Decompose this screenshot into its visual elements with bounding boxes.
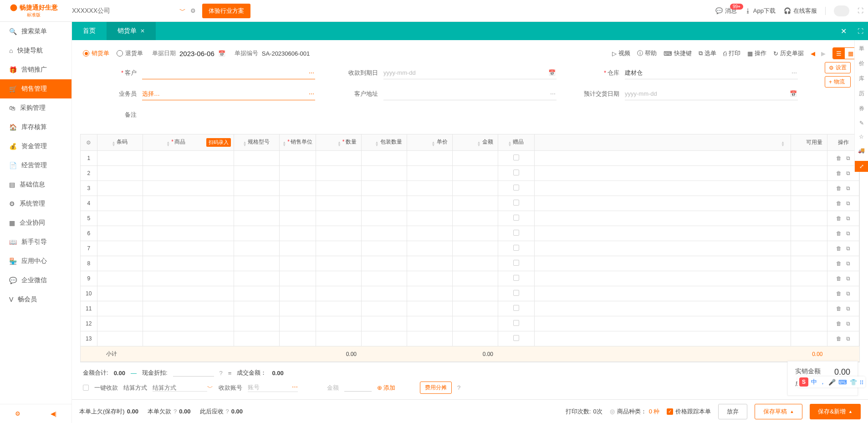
save-draft-button[interactable]: 保存草稿▲	[755, 404, 802, 419]
tab-home[interactable]: 首页	[72, 22, 107, 40]
nav-marketing[interactable]: 🎁营销推广	[0, 60, 71, 79]
next-doc-button[interactable]: ▶	[821, 50, 826, 57]
nav-wechat-work[interactable]: 💬企业微信	[0, 271, 71, 290]
nav-system-mgmt[interactable]: ⚙系统管理	[0, 194, 71, 213]
col-amount[interactable]: ▲▼金额	[452, 134, 498, 151]
col-unit[interactable]: ▲▼*销售单位	[279, 134, 316, 151]
copy-row-icon[interactable]: ⧉	[846, 245, 850, 252]
user-avatar[interactable]	[834, 5, 849, 16]
nav-collab[interactable]: ▦企业协同	[0, 213, 71, 232]
gift-checkbox[interactable]	[513, 245, 519, 251]
one-click-checkbox[interactable]	[83, 385, 89, 391]
delete-row-icon[interactable]: 🗑	[836, 305, 842, 312]
table-row[interactable]: 13🗑⧉	[81, 331, 859, 346]
col-pack-qty[interactable]: ▲▼包装数量	[361, 134, 407, 151]
help-icon[interactable]: ?	[457, 384, 460, 391]
table-row[interactable]: 12🗑⧉	[81, 316, 859, 331]
gift-checkbox[interactable]	[513, 230, 519, 236]
expense-allocation-button[interactable]: 费用分摊	[420, 382, 452, 394]
more-icon[interactable]: ⋯	[309, 91, 314, 97]
nav-inventory[interactable]: 🏠库存核算	[0, 118, 71, 137]
view-list[interactable]: ☰	[833, 48, 845, 59]
nav-onboarding[interactable]: 📖新手引导	[0, 232, 71, 252]
radio-sale[interactable]: 销货单	[83, 49, 109, 57]
history-button[interactable]: ↻历史单据	[773, 49, 804, 57]
col-barcode[interactable]: ▲▼条码	[97, 134, 143, 151]
company-select[interactable]: XXXXXX公司﹀	[72, 7, 186, 15]
gift-checkbox[interactable]	[513, 305, 519, 311]
video-help-button[interactable]: ▷视频	[612, 49, 630, 57]
shortcut-button[interactable]: ⌨快捷键	[664, 49, 692, 57]
gift-checkbox[interactable]	[513, 185, 519, 191]
delete-row-icon[interactable]: 🗑	[836, 290, 842, 297]
table-row[interactable]: 10🗑⧉	[81, 286, 859, 301]
help-icon[interactable]: ?	[226, 408, 229, 415]
messages-button[interactable]: 💬消息 99+	[715, 7, 737, 15]
copy-row-icon[interactable]: ⧉	[846, 185, 850, 191]
logistics-button[interactable]: +物流	[825, 76, 851, 88]
tabs-close-all[interactable]: ✕	[834, 27, 853, 36]
add-payment-button[interactable]: ⊕添加	[377, 384, 395, 392]
pay-amount-input[interactable]	[344, 384, 372, 392]
col-spec[interactable]: ▲▼规格型号	[234, 134, 279, 151]
scan-input-button[interactable]: 扫码录入	[206, 138, 231, 147]
delete-row-icon[interactable]: 🗑	[836, 260, 842, 267]
table-row[interactable]: 11🗑⧉	[81, 301, 859, 316]
copy-row-icon[interactable]: ⧉	[846, 215, 850, 222]
dock-icon[interactable]: 券	[859, 105, 864, 113]
print-button[interactable]: ⎙打印	[723, 49, 740, 57]
copy-row-icon[interactable]: ⧉	[846, 170, 850, 176]
sidebar-collapse-icon[interactable]: ◀|	[51, 410, 56, 417]
help-icon[interactable]: ?	[220, 370, 223, 377]
nav-app-center[interactable]: 🏪应用中心	[0, 252, 71, 271]
discard-button[interactable]: 放弃	[718, 404, 747, 419]
more-icon[interactable]: ⋯	[309, 70, 314, 76]
settle-method-select[interactable]	[153, 384, 207, 392]
tabs-expand-icon[interactable]: ⛶	[853, 28, 868, 35]
delete-row-icon[interactable]: 🗑	[836, 335, 842, 342]
gift-checkbox[interactable]	[513, 335, 519, 341]
radio-return[interactable]: 退货单	[117, 49, 143, 57]
operate-button[interactable]: ▦操作	[747, 49, 766, 57]
delete-row-icon[interactable]: 🗑	[836, 215, 842, 222]
address-input[interactable]: ⋯	[383, 88, 557, 100]
copy-row-icon[interactable]: ⧉	[846, 155, 850, 161]
nav-purchase-mgmt[interactable]: 🛍采购管理	[0, 98, 71, 118]
dock-icon[interactable]: 🚚	[858, 147, 865, 154]
table-row[interactable]: 7🗑⧉	[81, 241, 859, 256]
sidebar-settings-icon[interactable]: ⚙	[15, 410, 20, 417]
dock-icon[interactable]: 历	[859, 90, 864, 98]
col-product[interactable]: ▲▼*商品扫码录入	[143, 134, 234, 151]
col-available[interactable]: 可用量	[791, 134, 827, 151]
delete-row-icon[interactable]: 🗑	[836, 230, 842, 237]
nav-membership[interactable]: V畅会员	[0, 290, 71, 309]
help-button[interactable]: ⓘ帮助	[637, 49, 657, 57]
discount-input[interactable]	[173, 369, 214, 377]
expect-date-input[interactable]: yyyy-mm-dd📅	[625, 88, 798, 100]
nav-search-menu[interactable]: 🔍搜索菜单	[0, 22, 71, 41]
copy-row-icon[interactable]: ⧉	[846, 335, 850, 342]
table-row[interactable]: 6🗑⧉	[81, 226, 859, 241]
track-price-checkbox[interactable]: ✓价格跟踪本单	[667, 408, 711, 416]
nav-business-mgmt[interactable]: 📄经营管理	[0, 156, 71, 175]
nav-fund-mgmt[interactable]: 💰资金管理	[0, 137, 71, 156]
close-icon[interactable]: ✕	[140, 28, 145, 34]
more-icon[interactable]: ⋯	[550, 91, 556, 97]
fullscreen-icon[interactable]: ⛶	[858, 7, 863, 14]
col-qty[interactable]: ▲▼*数量	[316, 134, 361, 151]
copy-row-icon[interactable]: ⧉	[846, 290, 850, 297]
receive-date-input[interactable]: yyyy-mm-dd📅	[383, 67, 557, 79]
remark-input[interactable]	[142, 108, 342, 121]
dock-icon[interactable]: 价	[859, 60, 864, 67]
table-row[interactable]: 2🗑⧉	[81, 166, 859, 181]
more-icon[interactable]: ⋯	[791, 70, 797, 76]
gift-checkbox[interactable]	[513, 155, 519, 160]
salesman-input[interactable]: 选择…⋯	[142, 88, 315, 100]
table-row[interactable]: 3🗑⧉	[81, 181, 859, 196]
gift-checkbox[interactable]	[513, 320, 519, 326]
app-download-button[interactable]: ⭳App下载	[745, 7, 776, 15]
help-icon[interactable]: ?	[174, 408, 177, 415]
gift-checkbox[interactable]	[513, 290, 519, 296]
dock-icon[interactable]: 単	[859, 45, 864, 52]
try-industry-button[interactable]: 体验行业方案	[202, 4, 250, 18]
